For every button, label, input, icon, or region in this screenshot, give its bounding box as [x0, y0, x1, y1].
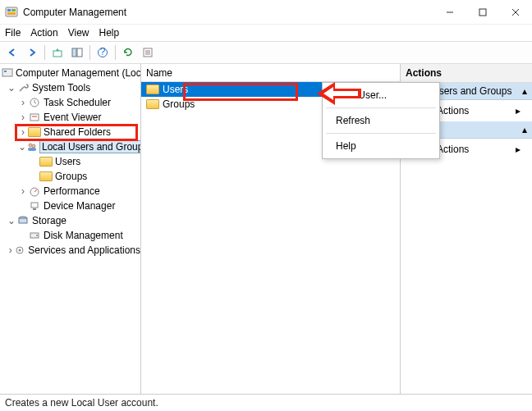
context-menu: New User... Refresh Help: [322, 82, 440, 159]
mmc-icon: [2, 66, 13, 80]
device-icon: [28, 199, 41, 212]
minimize-button[interactable]: [433, 0, 466, 25]
status-text: Creates a new Local User account.: [5, 397, 158, 409]
disk-icon: [28, 229, 41, 242]
menu-item-new-user[interactable]: New User...: [324, 85, 438, 105]
collapse-icon: ▴: [522, 124, 527, 135]
folder-icon: [146, 84, 159, 94]
menu-item-help[interactable]: Help: [324, 136, 438, 156]
tree-label: Device Manager: [44, 200, 115, 212]
menu-separator: [326, 133, 436, 134]
app-icon: [5, 6, 18, 19]
chevron-down-icon[interactable]: ⌄: [7, 215, 16, 226]
collapse-icon: ▴: [522, 85, 527, 97]
chevron-right-icon[interactable]: ›: [18, 112, 28, 123]
list-pane: Name Users Groups New User... Refresh He…: [141, 64, 401, 394]
tree-device-manager[interactable]: Device Manager: [0, 199, 140, 213]
svg-rect-0: [6, 7, 17, 16]
svg-rect-24: [28, 148, 36, 151]
tree-label: Groups: [55, 171, 87, 182]
svg-rect-26: [31, 203, 38, 208]
menu-help[interactable]: Help: [99, 27, 120, 39]
svg-point-33: [19, 249, 21, 252]
help-button[interactable]: ?: [94, 43, 112, 62]
folder-icon: [146, 99, 159, 109]
main-area: Computer Management (Local ⌄ System Tool…: [0, 64, 532, 395]
users-icon: [26, 140, 38, 153]
svg-rect-2: [11, 9, 16, 11]
tree-label: Performance: [44, 185, 100, 197]
tree-local-users-and-groups[interactable]: ⌄ Local Users and Groups: [0, 139, 140, 154]
tree-label: Task Scheduler: [44, 97, 111, 108]
tree-label: Computer Management (Local: [16, 67, 141, 79]
menu-item-refresh[interactable]: Refresh: [324, 111, 438, 130]
svg-text:?: ?: [100, 47, 106, 57]
refresh-button[interactable]: [119, 43, 137, 62]
clock-icon: [28, 96, 41, 109]
tree-users[interactable]: Users: [0, 154, 140, 169]
folder-icon: [28, 126, 41, 139]
list-item-label: Groups: [163, 98, 195, 110]
tree-label: Shared Folders: [44, 126, 111, 138]
tree-performance[interactable]: › Performance: [0, 184, 140, 199]
svg-point-31: [36, 235, 38, 236]
chevron-right-icon[interactable]: ›: [18, 126, 28, 138]
chevron-right-icon[interactable]: ›: [18, 185, 28, 197]
tree-label: System Tools: [32, 82, 90, 94]
up-button[interactable]: [48, 43, 66, 62]
tree-label: Local Users and Groups: [40, 141, 141, 153]
chevron-right-icon[interactable]: ›: [7, 244, 14, 256]
window-title: Computer Management: [23, 7, 433, 18]
tools-icon: [16, 81, 30, 94]
svg-rect-18: [4, 71, 7, 72]
back-button[interactable]: [3, 43, 21, 62]
tree-label: Event Viewer: [44, 112, 101, 123]
chevron-right-icon: ▸: [516, 105, 521, 116]
column-header-name[interactable]: Name: [141, 64, 400, 82]
svg-rect-27: [33, 208, 36, 210]
chevron-down-icon[interactable]: ⌄: [18, 141, 26, 153]
services-icon: [14, 244, 25, 257]
tree-groups[interactable]: Groups: [0, 169, 140, 184]
performance-icon: [28, 185, 41, 198]
svg-rect-5: [479, 9, 486, 16]
tree-pane: Computer Management (Local ⌄ System Tool…: [0, 64, 141, 394]
tree-event-viewer[interactable]: › Event Viewer: [0, 110, 140, 125]
menu-action[interactable]: Action: [30, 27, 57, 39]
menu-item-label: Help: [336, 140, 356, 152]
close-button[interactable]: [499, 0, 532, 25]
toolbar: ?: [0, 41, 532, 64]
tree-services-apps[interactable]: › Services and Applications: [0, 243, 140, 258]
forward-button[interactable]: [23, 43, 41, 62]
tree-task-scheduler[interactable]: › Task Scheduler: [0, 95, 140, 110]
tree-system-tools[interactable]: ⌄ System Tools: [0, 80, 140, 95]
svg-point-23: [32, 144, 35, 148]
properties-button[interactable]: [139, 43, 157, 62]
menu-item-label: New User...: [336, 89, 387, 101]
svg-rect-3: [7, 12, 16, 15]
tree-shared-folders[interactable]: › Shared Folders: [0, 125, 140, 139]
folder-icon: [39, 170, 53, 183]
svg-rect-10: [77, 48, 82, 57]
maximize-button[interactable]: [466, 0, 499, 25]
status-bar: Creates a new Local User account.: [0, 395, 532, 411]
svg-rect-20: [30, 114, 39, 121]
chevron-right-icon[interactable]: ›: [18, 97, 28, 108]
tree-label: Services and Applications: [28, 244, 140, 256]
show-hide-tree-button[interactable]: [68, 43, 86, 62]
menu-view[interactable]: View: [68, 27, 89, 39]
chevron-down-icon[interactable]: ⌄: [7, 82, 16, 94]
menu-separator: [326, 107, 436, 108]
menu-file[interactable]: File: [5, 27, 21, 39]
menu-item-label: Refresh: [336, 115, 370, 126]
column-label: Name: [146, 67, 172, 79]
svg-rect-17: [2, 69, 12, 76]
tree-root[interactable]: Computer Management (Local: [0, 66, 140, 80]
tree-disk-management[interactable]: Disk Management: [0, 228, 140, 243]
tree-storage[interactable]: ⌄ Storage: [0, 213, 140, 228]
svg-point-22: [29, 144, 32, 147]
menu-bar: File Action View Help: [0, 25, 532, 41]
svg-rect-8: [53, 51, 62, 57]
svg-rect-9: [72, 48, 76, 57]
svg-rect-1: [7, 9, 11, 11]
